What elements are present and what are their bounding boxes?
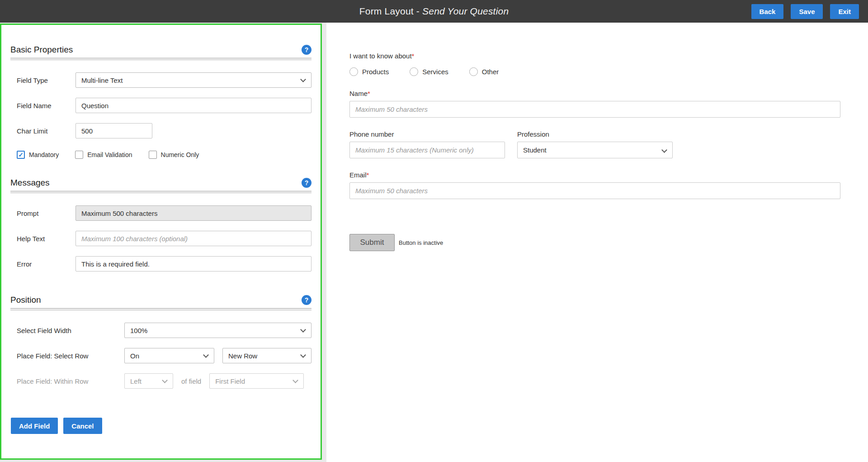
- messages-section-header: Messages ?: [10, 178, 311, 188]
- field-type-row: Field Type Multi-line Text: [17, 72, 311, 88]
- basic-properties-section-header: Basic Properties ?: [10, 45, 311, 55]
- chevron-down-icon: [292, 377, 298, 383]
- required-asterisk: *: [368, 90, 370, 97]
- chevron-down-icon: [300, 76, 306, 82]
- field-name-label: Field Name: [17, 102, 75, 110]
- name-label-text: Name: [349, 90, 368, 97]
- phone-profession-row: Phone number Profession Student: [349, 130, 868, 158]
- field-name-input[interactable]: [75, 98, 311, 113]
- position-heading: Position: [10, 295, 41, 305]
- chevron-down-icon: [661, 147, 667, 153]
- within-row-connector-label: of field: [181, 377, 201, 385]
- field-editor-panel: Basic Properties ? Field Type Multi-line…: [0, 24, 322, 460]
- name-input[interactable]: [349, 101, 840, 118]
- profession-label: Profession: [517, 130, 673, 138]
- field-type-select[interactable]: Multi-line Text: [75, 72, 311, 88]
- email-input[interactable]: [349, 182, 840, 199]
- cancel-button[interactable]: Cancel: [63, 418, 102, 434]
- error-label: Error: [17, 260, 75, 268]
- profession-column: Profession Student: [517, 130, 673, 158]
- help-text-label: Help Text: [17, 235, 75, 243]
- other-label: Other: [482, 68, 499, 76]
- within-row-side-value: Left: [130, 377, 142, 385]
- field-width-row: Select Field Width 100%: [17, 323, 311, 338]
- header-buttons: Back Save Exit: [751, 4, 868, 19]
- field-type-value: Multi-line Text: [81, 76, 123, 84]
- position-section-header: Position ?: [10, 295, 311, 305]
- required-asterisk: *: [367, 171, 369, 179]
- mandatory-label: Mandatory: [29, 151, 59, 158]
- submit-button[interactable]: Submit: [349, 234, 395, 251]
- name-label: Name*: [349, 90, 868, 97]
- prompt-label: Prompt: [17, 210, 75, 217]
- other-radio[interactable]: [469, 67, 478, 76]
- chevron-down-icon: [203, 352, 209, 358]
- char-limit-input[interactable]: [75, 123, 152, 138]
- check-icon: ✓: [18, 151, 24, 158]
- editor-actions: Add Field Cancel: [11, 418, 311, 434]
- phone-input[interactable]: [349, 142, 505, 158]
- field-width-value: 100%: [130, 327, 147, 334]
- help-icon[interactable]: ?: [302, 295, 311, 305]
- page-title-form-name: Send Your Question: [422, 6, 509, 16]
- field-width-label: Select Field Width: [17, 327, 124, 334]
- messages-heading: Messages: [10, 178, 50, 188]
- products-radio[interactable]: [349, 67, 358, 76]
- chevron-down-icon: [300, 327, 306, 333]
- within-row-side-select: Left: [124, 373, 173, 389]
- email-validation-checkbox[interactable]: [75, 151, 83, 159]
- basic-properties-heading: Basic Properties: [10, 45, 73, 55]
- select-row-mode-value: On: [130, 352, 139, 360]
- help-text-input[interactable]: [75, 231, 311, 246]
- submit-inactive-note: Button is inactive: [399, 239, 443, 246]
- select-row-mode-select[interactable]: On: [124, 348, 214, 363]
- exit-button[interactable]: Exit: [830, 4, 859, 19]
- help-icon[interactable]: ?: [302, 45, 311, 55]
- phone-column: Phone number: [349, 130, 505, 158]
- section-divider: [10, 308, 311, 310]
- within-row-label: Place Field: Within Row: [17, 377, 124, 385]
- page-title-prefix: Form Layout -: [359, 6, 422, 16]
- save-button[interactable]: Save: [791, 4, 823, 19]
- form-preview-panel: I want to know about* Products Services …: [326, 23, 868, 462]
- within-row-row: Place Field: Within Row Left of field Fi…: [17, 373, 311, 389]
- within-row-field-select: First Field: [209, 373, 304, 389]
- field-type-label: Field Type: [17, 76, 75, 84]
- help-text-row: Help Text: [17, 231, 311, 246]
- workspace: Basic Properties ? Field Type Multi-line…: [0, 23, 868, 462]
- chevron-down-icon: [162, 377, 168, 383]
- know-about-label-text: I want to know about: [349, 52, 412, 60]
- profession-value: Student: [523, 146, 547, 154]
- validation-checkbox-row: ✓ Mandatory Email Validation Numeric Onl…: [17, 151, 311, 159]
- email-validation-label: Email Validation: [87, 151, 132, 158]
- back-button[interactable]: Back: [751, 4, 784, 19]
- char-limit-row: Char Limit: [17, 123, 311, 138]
- char-limit-label: Char Limit: [17, 127, 75, 135]
- chevron-down-icon: [300, 352, 306, 358]
- select-row-target-select[interactable]: New Row: [222, 348, 311, 363]
- know-about-options: Products Services Other: [349, 67, 868, 76]
- select-row-label: Place Field: Select Row: [17, 352, 124, 360]
- within-row-field-value: First Field: [215, 377, 245, 385]
- header-bar: Form Layout - Send Your Question Back Sa…: [0, 0, 868, 23]
- error-row: Error: [17, 256, 311, 271]
- email-label-text: Email: [349, 171, 367, 179]
- prompt-input[interactable]: [75, 205, 311, 221]
- select-row-target-value: New Row: [228, 352, 257, 360]
- field-width-select[interactable]: 100%: [124, 323, 311, 338]
- numeric-only-label: Numeric Only: [161, 151, 199, 158]
- error-input[interactable]: [75, 256, 311, 271]
- profession-select[interactable]: Student: [517, 142, 673, 158]
- submit-row: Submit Button is inactive: [349, 234, 868, 251]
- help-icon[interactable]: ?: [302, 178, 311, 188]
- mandatory-checkbox[interactable]: ✓: [17, 151, 25, 159]
- section-divider: [10, 58, 311, 60]
- numeric-only-checkbox[interactable]: [149, 151, 157, 159]
- services-radio[interactable]: [410, 67, 418, 76]
- add-field-button[interactable]: Add Field: [11, 418, 58, 434]
- required-asterisk: *: [412, 52, 415, 60]
- select-row-row: Place Field: Select Row On New Row: [17, 348, 311, 363]
- section-divider: [10, 191, 311, 193]
- field-name-row: Field Name: [17, 98, 311, 113]
- app-window: Form Layout - Send Your Question Back Sa…: [0, 0, 868, 462]
